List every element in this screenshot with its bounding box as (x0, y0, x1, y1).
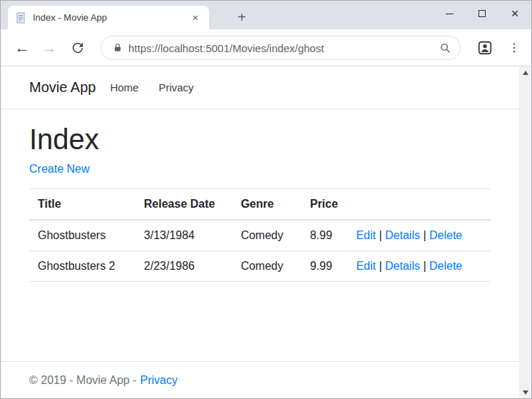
cell-price: 9.99 (302, 251, 348, 282)
edit-link[interactable]: Edit (356, 260, 376, 272)
action-separator: | (423, 260, 426, 272)
cell-title: Ghostbusters 2 (29, 251, 135, 282)
header-release-date: Release Date (135, 189, 232, 221)
menu-button[interactable] (503, 36, 526, 60)
cell-genre: Comedy (232, 220, 302, 251)
url-text[interactable]: https://localhost:5001/Movies/index/ghos… (128, 42, 434, 54)
back-button[interactable]: ← (9, 35, 35, 61)
scroll-up-icon[interactable] (519, 66, 531, 79)
profile-button[interactable] (473, 36, 497, 60)
browser-window: Index - Movie App × + × ← → ht (0, 0, 532, 399)
page-title: Index (29, 123, 491, 156)
table-row: Ghostbusters 2 2/23/1986 Comedy 9.99 Edi… (29, 251, 491, 282)
browser-tab[interactable]: Index - Movie App × (8, 6, 209, 29)
movies-table: Title Release Date Genre Price Ghostbust… (29, 188, 491, 282)
zoom-icon[interactable] (439, 42, 451, 54)
maximize-icon (479, 10, 486, 17)
header-price: Price (302, 189, 348, 221)
tab-title: Index - Movie App (33, 12, 189, 23)
window-controls: × (433, 2, 531, 25)
scroll-down-icon[interactable] (519, 386, 531, 398)
close-button[interactable]: × (498, 2, 531, 25)
new-tab-button[interactable]: + (232, 8, 252, 28)
edit-link[interactable]: Edit (356, 229, 376, 241)
action-separator: | (379, 229, 382, 241)
minimize-button[interactable] (433, 2, 466, 25)
details-link[interactable]: Details (385, 260, 420, 272)
action-separator: | (379, 260, 382, 272)
action-separator: | (423, 229, 426, 241)
favicon-icon (15, 12, 26, 24)
cell-release-date: 3/13/1984 (135, 220, 232, 251)
address-bar[interactable]: https://localhost:5001/Movies/index/ghos… (101, 36, 461, 60)
page-scrollbar[interactable] (519, 66, 531, 398)
cell-actions: Edit | Details | Delete (347, 220, 491, 251)
reload-button[interactable] (65, 35, 91, 61)
header-actions (347, 189, 491, 221)
lock-icon[interactable] (113, 43, 123, 53)
cell-actions: Edit | Details | Delete (347, 251, 491, 282)
copyright-text: © 2019 - Movie App - (29, 374, 137, 387)
main-content: Index Create New Title Release Date Genr… (1, 109, 519, 282)
close-icon: × (511, 7, 519, 20)
maximize-button[interactable] (466, 2, 498, 25)
create-new-link[interactable]: Create New (29, 163, 89, 176)
cell-title: Ghostbusters (29, 220, 135, 251)
cell-genre: Comedy (232, 251, 302, 282)
delete-link[interactable]: Delete (429, 260, 462, 272)
cell-price: 8.99 (302, 220, 348, 251)
forward-button[interactable]: → (36, 35, 62, 61)
delete-link[interactable]: Delete (429, 229, 462, 241)
footer-privacy-link[interactable]: Privacy (140, 374, 178, 387)
page-viewport: Movie App Home Privacy Index Create New … (1, 66, 531, 398)
nav-link-home[interactable]: Home (100, 76, 148, 99)
header-title: Title (29, 189, 135, 221)
navbar-brand[interactable]: Movie App (29, 79, 96, 96)
site-footer: © 2019 - Movie App - Privacy (1, 361, 519, 398)
site-navbar: Movie App Home Privacy (1, 66, 519, 109)
details-link[interactable]: Details (385, 229, 420, 241)
page-content: Movie App Home Privacy Index Create New … (1, 66, 519, 398)
table-header-row: Title Release Date Genre Price (29, 189, 491, 221)
tab-close-icon[interactable]: × (189, 11, 202, 24)
table-row: Ghostbusters 3/13/1984 Comedy 8.99 Edit … (29, 220, 491, 251)
tab-strip: Index - Movie App × + × (1, 1, 531, 29)
navbar-links: Home Privacy (100, 76, 203, 99)
cell-release-date: 2/23/1986 (135, 251, 232, 282)
browser-toolbar: ← → https://localhost:5001/Movies/index/… (1, 29, 531, 66)
minimize-icon (446, 14, 454, 14)
header-genre: Genre (232, 189, 302, 221)
nav-link-privacy[interactable]: Privacy (148, 76, 203, 99)
